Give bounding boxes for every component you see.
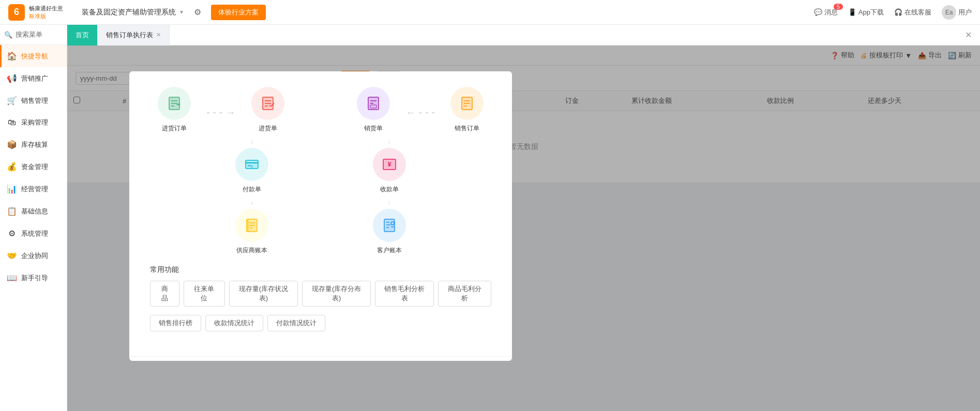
system-icon: ⚙ — [7, 229, 17, 238]
top-right-actions: 💬 消息 5 📱 App下载 🎧 在线客服 Ea 用户 — [814, 5, 972, 20]
content-area: 首页 销售订单执行表 ✕ ✕ ❓ 帮助 🖨 按 — [67, 25, 980, 411]
sidebar-item-marketing[interactable]: 📢 营销推广 — [0, 67, 67, 89]
message-button[interactable]: 💬 消息 5 — [814, 8, 838, 17]
sidebar-item-collab[interactable]: 🤝 企业协同 — [0, 245, 67, 267]
message-badge: 5 — [834, 4, 843, 10]
func-btn-2[interactable]: 现存量(库存状况表) — [229, 281, 298, 307]
receipt-icon: ¥ — [373, 148, 406, 181]
close-all-tabs-button[interactable]: ✕ — [957, 30, 980, 40]
purchase-slip-icon — [251, 87, 284, 120]
svg-text:￥: ￥ — [250, 164, 254, 169]
sidebar-item-finance[interactable]: 💰 资金管理 — [0, 156, 67, 178]
flow-node-receipt[interactable]: ¥ 收款单 — [373, 148, 406, 194]
modal-scrollbar: ◀ ▶ — [129, 356, 512, 361]
common-functions-title: 常用功能 — [150, 265, 491, 275]
func-btn-1[interactable]: 收款情况统计 — [205, 315, 263, 331]
main-area: 🔍 搜索菜单 🏠 快捷导航 📢 营销推广 🛒 销售管理 🛍 采购管理 📦 — [0, 25, 980, 411]
common-functions-section: 常用功能 商品往来单位现存量(库存状况表)现存量(库存分布表)销售毛利分析表商品… — [150, 265, 491, 346]
arrow-1: - - - → — [206, 106, 236, 118]
tab-bar: 首页 销售订单执行表 ✕ ✕ — [67, 25, 980, 45]
finance-icon: 💰 — [7, 162, 17, 172]
flow-diagram: 进货订单 - - - → — [150, 87, 491, 255]
sidebar-item-basic-info[interactable]: 📋 基础信息 — [0, 200, 67, 222]
arrow-down-3: ↓ — [250, 198, 254, 206]
logo-icon: 6 — [8, 4, 25, 21]
modal-content: 进货订单 - - - → — [129, 71, 512, 356]
sales-order-icon — [450, 87, 484, 120]
sidebar-item-newbie[interactable]: 📖 新手引导 — [0, 267, 67, 289]
func-btn-4[interactable]: 销售毛利分析表 — [375, 281, 434, 307]
flow-col-payment: ↓ — [235, 137, 268, 194]
purchase-icon: 🛍 — [7, 118, 17, 127]
sales-icon: 🛒 — [7, 96, 17, 105]
svg-text:¥: ¥ — [387, 161, 391, 168]
user-menu[interactable]: Ea 用户 — [942, 5, 972, 20]
sidebar-item-sales[interactable]: 🛒 销售管理 — [0, 89, 67, 112]
sidebar: 🔍 搜索菜单 🏠 快捷导航 📢 营销推广 🛒 销售管理 🛍 采购管理 📦 — [0, 25, 67, 411]
logo-section: 6 畅康通好生意 标准版 — [8, 4, 76, 21]
flow-row-2: ↓ — [150, 137, 491, 194]
flow-col-customer-book: ↓ — [373, 198, 406, 255]
operations-icon: 📊 — [7, 184, 17, 194]
inventory-icon: 📦 — [7, 140, 17, 149]
payment-icon: ￥ — [235, 148, 268, 181]
system-title: 装备及固定资产辅助管理系统 ▼ — [82, 8, 184, 17]
newbie-icon: 📖 — [7, 273, 17, 283]
app-download-button[interactable]: 📱 App下载 — [848, 8, 884, 17]
flow-node-purchase-slip[interactable]: 进货单 — [251, 87, 284, 133]
arrow-down-2: ↓ — [388, 137, 391, 145]
flow-node-sales-slip[interactable]: 销货单 — [357, 87, 390, 133]
flow-node-customer-book[interactable]: 客户账本 — [373, 209, 406, 255]
sidebar-search[interactable]: 🔍 搜索菜单 — [0, 25, 67, 45]
sidebar-item-inventory[interactable]: 📦 库存核算 — [0, 133, 67, 156]
func-btn-0[interactable]: 商品 — [150, 281, 179, 307]
supplier-book-icon — [235, 209, 268, 242]
sidebar-item-operations[interactable]: 📊 经营管理 — [0, 178, 67, 200]
func-btn-2[interactable]: 付款情况统计 — [267, 315, 325, 331]
marketing-icon: 📢 — [7, 73, 17, 83]
svg-rect-34 — [384, 219, 395, 232]
func-btn-5[interactable]: 商品毛利分析 — [438, 281, 491, 307]
flow-node-purchase-order[interactable]: 进货订单 — [158, 87, 191, 133]
tab-home[interactable]: 首页 — [67, 25, 98, 45]
service-icon: 🎧 — [894, 8, 902, 16]
flow-node-supplier-book[interactable]: 供应商账本 — [235, 209, 268, 255]
sidebar-item-quick-nav[interactable]: 🏠 快捷导航 — [0, 45, 67, 67]
dropdown-arrow-icon[interactable]: ▼ — [179, 9, 184, 15]
message-icon: 💬 — [814, 8, 822, 16]
download-icon: 📱 — [848, 8, 856, 16]
arrow-2: ← - - - — [405, 106, 435, 118]
tab-sales-order[interactable]: 销售订单执行表 ✕ — [98, 25, 170, 45]
settings-gear-button[interactable]: ⚙ — [190, 5, 205, 20]
flow-row-3: ↓ — [150, 198, 491, 255]
arrow-down-4: ↓ — [388, 198, 391, 206]
flow-row-1: 进货订单 - - - → — [150, 87, 491, 133]
func-buttons-row: 商品往来单位现存量(库存状况表)现存量(库存分布表)销售毛利分析表商品毛利分析销… — [150, 281, 491, 336]
basic-info-icon: 📋 — [7, 206, 17, 216]
func-btn-1[interactable]: 往来单位 — [184, 281, 225, 307]
func-btn-0[interactable]: 销售排行榜 — [150, 315, 201, 331]
flow-col-receipt: ↓ ¥ — [373, 137, 406, 194]
search-icon: 🔍 — [4, 31, 12, 39]
flow-modal: 进货订单 - - - → — [129, 71, 512, 361]
sidebar-item-purchase[interactable]: 🛍 采购管理 — [0, 112, 67, 133]
modal-overlay[interactable]: 进货订单 - - - → — [67, 45, 980, 411]
home-icon: 🏠 — [7, 51, 17, 61]
top-bar: 6 畅康通好生意 标准版 装备及固定资产辅助管理系统 ▼ ⚙ 体验行业方案 💬 … — [0, 0, 980, 25]
sales-slip-icon — [357, 87, 390, 120]
flow-node-sales-order[interactable]: 销售订单 — [450, 87, 484, 133]
purchase-order-icon — [158, 87, 191, 120]
online-service-button[interactable]: 🎧 在线客服 — [894, 8, 931, 17]
svg-rect-30 — [247, 219, 249, 232]
trial-button[interactable]: 体验行业方案 — [211, 5, 266, 20]
flow-col-supplier-book: ↓ — [235, 198, 268, 255]
collab-icon: 🤝 — [7, 251, 17, 261]
tab-close-icon[interactable]: ✕ — [156, 32, 161, 38]
page-content: ❓ 帮助 🖨 按模板打印 ▼ 📤 导出 🔄 刷新 — [67, 45, 980, 411]
arrow-down-1: ↓ — [250, 137, 254, 145]
sidebar-item-system[interactable]: ⚙ 系统管理 — [0, 222, 67, 245]
func-btn-3[interactable]: 现存量(库存分布表) — [302, 281, 371, 307]
flow-node-payment[interactable]: ￥ 付款单 — [235, 148, 268, 194]
logo-text: 畅康通好生意 标准版 — [29, 5, 63, 20]
user-avatar: Ea — [942, 5, 956, 20]
